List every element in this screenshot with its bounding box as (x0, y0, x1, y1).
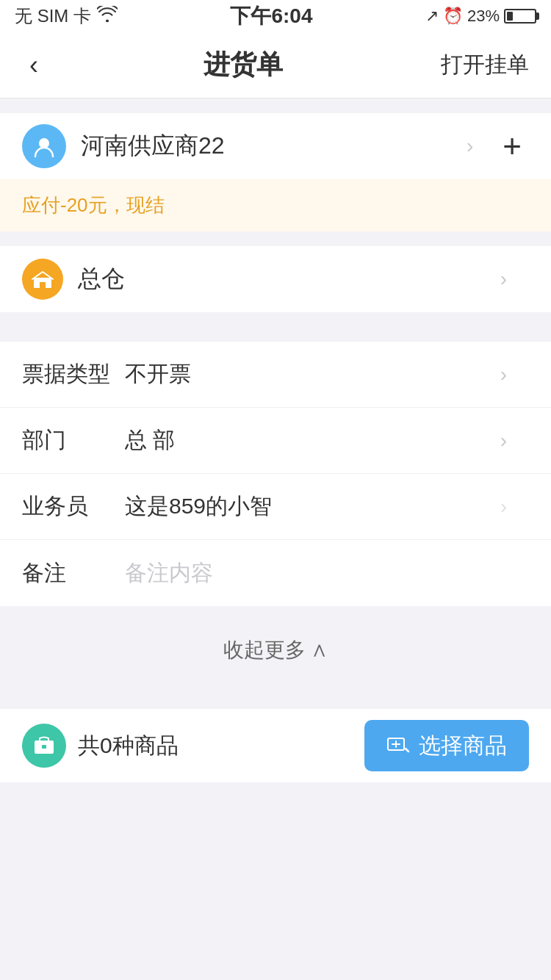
sales-row[interactable]: 业务员 这是859的小智 › (0, 474, 551, 540)
add-button[interactable]: + (495, 130, 529, 162)
select-product-label: 选择商品 (419, 731, 507, 761)
dept-value: 总 部 (110, 425, 500, 455)
chevron-right-icon-ticket: › (500, 363, 507, 386)
warehouse-section: 总仓 › (0, 246, 551, 312)
status-bar: 无 SIM 卡 下午6:04 ↗ ⏰ 23% (0, 0, 551, 32)
sales-label: 业务员 (22, 491, 110, 522)
select-product-button[interactable]: 选择商品 (364, 720, 529, 771)
ticket-label: 票据类型 (22, 359, 110, 389)
warehouse-icon-bg (22, 259, 63, 300)
chevron-right-icon-warehouse: › (500, 267, 507, 291)
product-icon (22, 724, 66, 768)
open-hang-button[interactable]: 打开挂单 (441, 50, 529, 80)
section-gap-4 (0, 680, 551, 694)
status-right: ↗ ⏰ 23% (425, 7, 536, 26)
supplier-section: 河南供应商22 › + 应付-20元，现结 (0, 113, 551, 231)
warehouse-row[interactable]: 总仓 › (0, 246, 551, 312)
note-label: 备注 (22, 558, 110, 588)
location-icon: ↗ (425, 7, 439, 26)
alarm-icon: ⏰ (443, 7, 463, 26)
ticket-value: 不开票 (110, 359, 500, 389)
section-gap-1 (0, 98, 551, 113)
nav-bar: ‹ 进货单 打开挂单 (0, 32, 551, 98)
section-gap-2 (0, 231, 551, 246)
dept-label: 部门 (22, 425, 110, 455)
notice-text: 应付-20元，现结 (22, 194, 165, 216)
back-button[interactable]: ‹ (22, 43, 46, 88)
carrier-text: 无 SIM 卡 (15, 4, 91, 28)
section-gap-3 (0, 312, 551, 327)
note-row[interactable]: 备注 备注内容 (0, 540, 551, 606)
sales-value: 这是859的小智 (110, 491, 500, 522)
form-section: 票据类型 不开票 › 部门 总 部 › 业务员 这是859的小智 › 备注 备注… (0, 342, 551, 606)
warehouse-name: 总仓 (78, 263, 500, 295)
svg-rect-2 (40, 282, 46, 288)
collapse-text: 收起更多 ∧ (223, 636, 328, 664)
status-left: 无 SIM 卡 (15, 4, 118, 28)
battery-percent: 23% (467, 7, 500, 26)
avatar (22, 124, 66, 168)
page-title: 进货单 (204, 47, 283, 83)
ticket-type-row[interactable]: 票据类型 不开票 › (0, 342, 551, 408)
chevron-right-icon-dept: › (500, 429, 507, 453)
product-count-wrap: 共0种商品 (22, 724, 179, 768)
notice-bar: 应付-20元，现结 (0, 179, 551, 231)
battery-icon (504, 9, 536, 24)
page-background (0, 782, 551, 980)
wifi-icon (97, 6, 118, 26)
chevron-right-icon-sales: › (500, 495, 507, 519)
supplier-row[interactable]: 河南供应商22 › + (0, 113, 551, 179)
product-count-text: 共0种商品 (78, 731, 179, 761)
chevron-right-icon: › (467, 134, 473, 158)
bottom-bar: 共0种商品 选择商品 (0, 709, 551, 782)
dept-row[interactable]: 部门 总 部 › (0, 408, 551, 474)
supplier-name: 河南供应商22 (81, 130, 467, 162)
svg-rect-4 (42, 745, 46, 749)
status-time: 下午6:04 (230, 2, 312, 30)
note-input[interactable]: 备注内容 (110, 558, 529, 588)
collapse-row[interactable]: 收起更多 ∧ (0, 621, 551, 680)
